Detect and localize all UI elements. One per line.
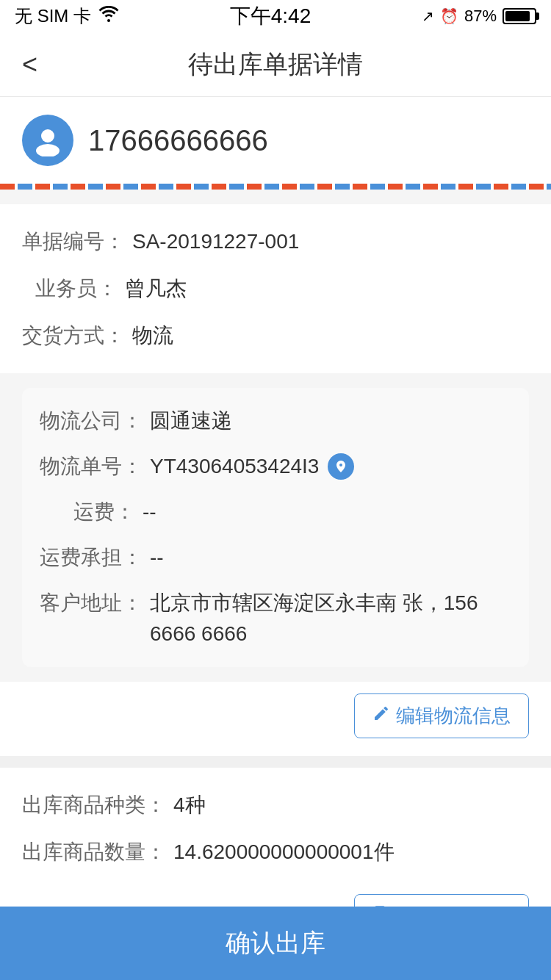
status-left: 无 SIM 卡 [15, 4, 119, 28]
goods-type-value: 4种 [166, 790, 529, 821]
logistics-tracking-label: 物流单号： [40, 451, 143, 482]
edit-btn-row: 编辑物流信息 [0, 682, 551, 756]
location-icon: ↗ [422, 7, 434, 25]
status-bar: 无 SIM 卡 下午4:42 ↗ ⏰ 87% [0, 0, 551, 32]
svg-point-1 [36, 144, 60, 156]
nav-bar: < 待出库单据详情 [0, 32, 551, 97]
edit-btn-label: 编辑物流信息 [396, 703, 511, 729]
order-no-row: 单据编号： SA-20191227-001 [22, 226, 529, 257]
section-gap-1 [0, 190, 551, 204]
track-location-icon[interactable] [328, 453, 354, 480]
address-label: 客户地址： [40, 588, 143, 619]
page-title: 待出库单据详情 [188, 48, 363, 82]
freight-bearer-label: 运费承担： [40, 542, 143, 573]
order-no-value: SA-20191227-001 [125, 226, 529, 257]
salesman-label: 业务员： [22, 273, 118, 304]
freight-value: -- [135, 497, 511, 527]
delivery-row: 交货方式： 物流 [22, 320, 529, 351]
goods-type-label: 出库商品种类： [22, 790, 166, 821]
address-value: 北京市市辖区海淀区永丰南 张，156 6666 6666 [143, 588, 511, 649]
wifi-icon [98, 6, 119, 26]
edit-icon [372, 705, 390, 727]
freight-bearer-value: -- [143, 542, 511, 573]
freight-label: 运费： [40, 497, 135, 527]
delivery-value: 物流 [125, 320, 529, 351]
logistics-company-row: 物流公司： 圆通速递 [40, 406, 511, 436]
status-time: 下午4:42 [230, 2, 311, 30]
avatar [22, 115, 73, 166]
salesman-row: 业务员： 曾凡杰 [22, 273, 529, 304]
logistics-card: 物流公司： 圆通速递 物流单号： YT43064053424I3 运费： -- … [22, 388, 529, 667]
svg-point-0 [41, 129, 54, 143]
user-header: 17666666666 [0, 97, 551, 184]
user-phone: 17666666666 [88, 124, 268, 157]
confirm-button-label: 确认出库 [226, 926, 325, 960]
confirm-bar[interactable]: 确认出库 [0, 907, 551, 980]
order-info-section: 单据编号： SA-20191227-001 业务员： 曾凡杰 交货方式： 物流 [0, 204, 551, 373]
freight-row: 运费： -- [40, 497, 511, 527]
section-divider [0, 756, 551, 768]
logistics-tracking-value: YT43064053424I3 [143, 451, 511, 482]
edit-logistics-button[interactable]: 编辑物流信息 [354, 693, 529, 738]
salesman-value: 曾凡杰 [118, 273, 529, 304]
dashed-divider [0, 184, 551, 190]
status-right: ↗ ⏰ 87% [422, 7, 536, 26]
alarm-icon: ⏰ [440, 7, 458, 25]
battery-percent: 87% [464, 7, 497, 26]
freight-bearer-row: 运费承担： -- [40, 542, 511, 573]
carrier-text: 无 SIM 卡 [15, 4, 91, 28]
goods-quantity-row: 出库商品数量： 14.620000000000001件 [22, 837, 529, 868]
battery-icon [503, 8, 536, 24]
delivery-label: 交货方式： [22, 320, 125, 351]
address-row: 客户地址： 北京市市辖区海淀区永丰南 张，156 6666 6666 [40, 588, 511, 649]
logistics-company-label: 物流公司： [40, 406, 143, 436]
logistics-company-value: 圆通速递 [143, 406, 511, 436]
goods-section: 出库商品种类： 4种 出库商品数量： 14.620000000000001件 [0, 768, 551, 882]
logistics-tracking-row: 物流单号： YT43064053424I3 [40, 451, 511, 482]
goods-quantity-label: 出库商品数量： [22, 837, 166, 868]
goods-type-row: 出库商品种类： 4种 [22, 790, 529, 821]
goods-quantity-value: 14.620000000000001件 [166, 837, 529, 868]
back-button[interactable]: < [22, 49, 37, 80]
order-no-label: 单据编号： [22, 226, 125, 257]
